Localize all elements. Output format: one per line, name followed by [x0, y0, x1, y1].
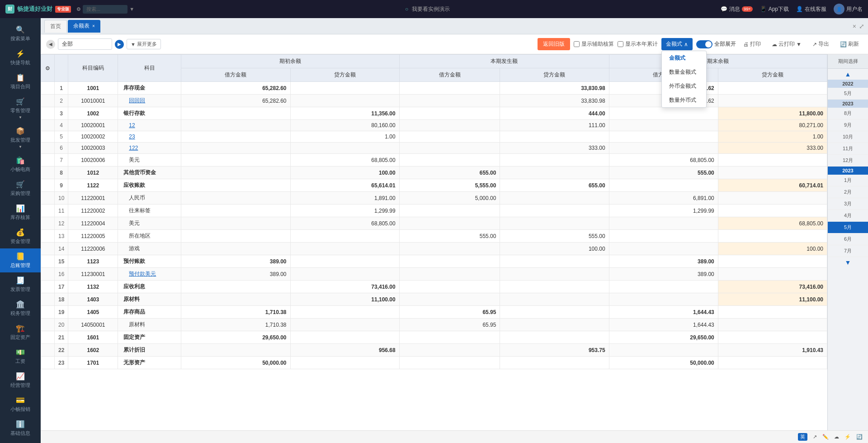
sidebar-item-inventory[interactable]: 📊 库存核算 [0, 200, 41, 224]
row-closing-debit-9: 6,891.00 [609, 192, 718, 205]
month-2023-07[interactable]: 7月 [828, 245, 868, 257]
sidebar-item-expense[interactable]: 💳 小畅报销 [0, 392, 41, 416]
row-closing-credit-5: 333.00 [718, 143, 827, 154]
row-number-19: 20 [55, 319, 68, 331]
print-btn[interactable]: 🖨 打印 [740, 38, 764, 50]
table-settings-icon[interactable]: ⚙ [45, 65, 50, 71]
sidebar-item-funds[interactable]: 💰 资金管理 [0, 224, 41, 248]
show-yearly-input[interactable] [618, 41, 623, 47]
row-code-4: 10020002 [68, 131, 118, 143]
status-lang-icon[interactable]: 英 [798, 433, 807, 441]
row-opening-credit-9: 1,891.00 [290, 192, 399, 205]
month-2023-04[interactable]: 4月 [828, 210, 868, 222]
period-up-arrow[interactable]: ▲ [828, 69, 868, 80]
sidebar-item-ledger[interactable]: 📒 总账管理 [0, 248, 41, 272]
toggle-control[interactable] [696, 40, 712, 48]
tab-close-all-icon[interactable]: × [853, 23, 856, 30]
row-code-3: 10020001 [68, 120, 118, 131]
sidebar-item-payroll[interactable]: 💵 工资 [0, 344, 41, 368]
table-row: 14 11220006 游戏 100.00 100.00 [41, 243, 827, 255]
nav-next-btn[interactable]: ▶ [115, 40, 124, 49]
message-btn[interactable]: 💬 消息 99+ [721, 5, 752, 13]
row-closing-debit-21 [609, 344, 718, 357]
refresh-btn[interactable]: 🔄 刷新 [836, 38, 863, 50]
sidebar-item-fixed-assets[interactable]: 🏗️ 固定资产 [0, 320, 41, 344]
sidebar-item-project[interactable]: 📋 项目合同 [0, 70, 41, 94]
month-2023-03[interactable]: 3月 [828, 198, 868, 210]
row-current-credit-5: 333.00 [500, 143, 609, 154]
service-btn[interactable]: 👤 在线客服 [796, 5, 826, 13]
top-bar: 财 畅捷通好业财 专业版 ⚙ 搜索... ▼ ○ 我要看实例演示 💬 消息 99… [0, 0, 868, 18]
search-input[interactable] [75, 41, 102, 48]
tab-balance[interactable]: 余额表 × [68, 20, 100, 33]
month-2023-12[interactable]: 12月 [828, 155, 868, 167]
month-2023-11[interactable]: 11月 [828, 143, 868, 155]
sidebar-item-wholesale[interactable]: 📦 批发管理 ▼ [0, 123, 41, 152]
status-bar-items: 英 ↗ ✏️ ☁ ⚡ 🔄 [798, 433, 863, 441]
row-opening-debit-22: 50,000.00 [181, 357, 290, 369]
sidebar-item-purchase[interactable]: 🛒 采购管理 [0, 176, 41, 200]
sidebar-item-invoice[interactable]: 🧾 发票管理 [0, 272, 41, 296]
month-2023-08[interactable]: 8月 [828, 108, 868, 119]
period-down-arrow[interactable]: ▼ [828, 257, 868, 268]
status-edit-icon[interactable]: ✏️ [822, 434, 829, 440]
show-assist-checkbox[interactable]: 显示辅助核算 [574, 40, 614, 48]
show-yearly-checkbox[interactable]: 显示本年累计 [618, 40, 658, 48]
row-opening-debit-12 [181, 230, 290, 243]
month-2023-09[interactable]: 9月 [828, 119, 868, 131]
month-2023-01[interactable]: 1月 [828, 175, 868, 186]
dropdown-item-3[interactable]: 数量外币式 [662, 93, 706, 107]
sidebar-item-system[interactable]: ⚙️ 系统管理 [0, 440, 41, 443]
sidebar-item-quick-nav[interactable]: ⚡ 快捷导航 [0, 46, 41, 70]
tab-home[interactable]: 首页 [44, 20, 67, 33]
sidebar-item-basic-info[interactable]: ℹ️ 基础信息 [0, 416, 41, 440]
status-arrow-icon[interactable]: ↗ [813, 434, 817, 440]
status-lightning-icon[interactable]: ⚡ [844, 434, 851, 440]
current-debit-header: 借方金额 [399, 68, 500, 82]
dropdown-item-1[interactable]: 数量金额式 [662, 65, 706, 79]
user-btn[interactable]: 👤 用户名 [834, 4, 863, 14]
sidebar-item-search[interactable]: 🔍 搜索菜单 [0, 22, 41, 46]
row-name-4[interactable]: 23 [118, 131, 181, 143]
row-closing-credit-15 [718, 268, 827, 281]
month-2023-02[interactable]: 2月 [828, 186, 868, 198]
export-icon: ↗ [812, 41, 817, 48]
tab-close-icon[interactable]: × [92, 24, 95, 29]
payroll-icon: 💵 [16, 348, 25, 357]
cloud-print-btn[interactable]: ☁ 云打印 ▼ [768, 38, 805, 50]
row-name-3[interactable]: 12 [118, 120, 181, 131]
service-icon: 👤 [796, 6, 803, 12]
sidebar-item-retail[interactable]: 🛒 零售管理 ▼ [0, 94, 41, 123]
amount-style-btn[interactable]: 金额式 ∧ [661, 38, 693, 50]
tab-expand-icon[interactable]: ⤢ [859, 23, 864, 30]
row-closing-debit-4 [609, 131, 718, 143]
row-settings-5 [41, 143, 55, 154]
show-assist-input[interactable] [574, 41, 580, 47]
status-cloud-icon[interactable]: ☁ [834, 434, 839, 440]
expand-icon-top[interactable]: ▼ [129, 6, 134, 12]
nav-prev-btn[interactable]: ◀ [46, 40, 55, 49]
month-2023-05[interactable]: 5月 [828, 222, 868, 233]
download-btn[interactable]: 📱 App下载 [760, 5, 789, 13]
row-name-1[interactable]: 回回回 [118, 95, 181, 107]
row-opening-debit-4 [181, 131, 290, 143]
sidebar-item-tax[interactable]: 🏛️ 税务管理 [0, 296, 41, 320]
dropdown-item-0[interactable]: 金额式 [662, 51, 706, 65]
expand-more-btn[interactable]: ▼ 展开更多 [127, 39, 161, 49]
month-2023-06[interactable]: 6月 [828, 233, 868, 245]
row-name-5[interactable]: 122 [118, 143, 181, 154]
dropdown-item-2[interactable]: 外币金额式 [662, 79, 706, 93]
settings-icon-top[interactable]: ⚙ [76, 6, 81, 12]
row-number-2: 3 [55, 107, 68, 120]
row-number-3: 4 [55, 120, 68, 131]
status-refresh-icon[interactable]: 🔄 [856, 434, 863, 440]
row-name-15[interactable]: 预付款美元 [118, 268, 181, 281]
print-label: 打印 [750, 40, 761, 48]
month-2022-05[interactable]: 5月 [828, 88, 868, 100]
month-2023-10[interactable]: 10月 [828, 131, 868, 143]
return-old-btn[interactable]: 返回旧版 [538, 38, 570, 50]
demo-label[interactable]: 我要看实例演示 [412, 5, 450, 13]
sidebar-item-operations[interactable]: 📈 经营管理 [0, 368, 41, 392]
sidebar-item-ecommerce[interactable]: 🛍️ 小畅电商 [0, 152, 41, 176]
export-btn[interactable]: ↗ 导出 [809, 38, 833, 50]
